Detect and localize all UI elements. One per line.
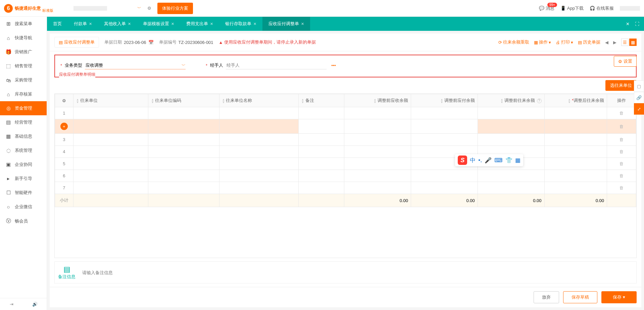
table-row[interactable]: +🗑 <box>55 119 636 134</box>
gear-icon[interactable]: ⚙ <box>62 98 66 103</box>
print-action[interactable]: 🖨 打印 ▾ <box>556 39 573 45</box>
sound-icon[interactable]: 🔊 <box>23 298 47 310</box>
sidebar-item-3[interactable]: ⬚销售管理 <box>0 59 47 73</box>
sidebar-item-14[interactable]: Ⓥ畅会员 <box>0 214 47 228</box>
sidebar: ⊞搜索菜单⌂快捷导航🎁营销推广⬚销售管理🛍采购管理⌂库存核算◎资金管理▤经营管理… <box>0 17 47 310</box>
ime-lang[interactable]: 中 <box>470 157 476 164</box>
ime-punct-icon[interactable]: •, <box>478 157 482 164</box>
tab-0[interactable]: 首页 <box>47 17 68 31</box>
note-icon[interactable]: ▢ <box>634 80 644 92</box>
select-unit-button[interactable]: 选往来单位 <box>605 80 637 91</box>
chevron-down-icon: ﹀ <box>137 5 141 11</box>
calendar-icon[interactable]: 📅 <box>148 40 154 45</box>
logo: 6 畅捷通好生意 <box>4 4 41 13</box>
delete-icon[interactable]: 🗑 <box>619 173 624 178</box>
sidebar-item-9[interactable]: ◌系统管理 <box>0 143 47 158</box>
ime-mic-icon[interactable]: 🎤 <box>485 157 492 164</box>
sidebar-item-8[interactable]: ▦基础信息 <box>0 129 47 143</box>
fullscreen-icon[interactable]: ⛶ <box>634 20 641 28</box>
company-select[interactable]: ﹀ <box>73 5 141 11</box>
ime-grid-icon[interactable]: ▦ <box>515 157 521 164</box>
sidebar-item-12[interactable]: ☐智能硬件 <box>0 186 47 200</box>
save-button[interactable]: 保存 ▾ <box>601 291 637 303</box>
table-row[interactable]: 5🗑 <box>55 158 636 170</box>
table-row[interactable]: 7🗑 <box>55 182 636 194</box>
support-link[interactable]: 🎧 在线客服 <box>590 5 614 11</box>
collapse-icon[interactable]: ⇥ <box>0 298 23 310</box>
doc-title: ▤ 应收应付调整单 <box>54 37 99 48</box>
next-icon[interactable]: ▶ <box>613 40 616 45</box>
sidebar-item-5[interactable]: ⌂库存核算 <box>0 87 47 101</box>
remark-input[interactable] <box>80 268 633 277</box>
delete-icon[interactable]: 🗑 <box>619 137 624 142</box>
sidebar-item-7[interactable]: ▤经营管理 <box>0 115 47 129</box>
add-row-icon[interactable]: + <box>60 123 68 130</box>
close-icon[interactable]: ✕ <box>128 22 131 26</box>
tab-2[interactable]: 其他收入单✕ <box>98 17 137 31</box>
close-icon[interactable]: ✕ <box>210 22 213 26</box>
delete-icon[interactable]: 🗑 <box>619 111 624 116</box>
expand-icon[interactable]: ⤢ <box>634 103 644 115</box>
brand-edition: 标准版 <box>42 8 53 13</box>
msg-badge: 99+ <box>547 3 557 7</box>
link-icon[interactable]: 🔗 <box>634 92 644 103</box>
sidebar-item-11[interactable]: ▸新手引导 <box>0 172 47 186</box>
ime-toolbar[interactable]: S 中 •, 🎤 ⌨ 👕 ▦ <box>455 154 523 166</box>
sidebar-icon: Ⓥ <box>5 218 11 224</box>
sidebar-item-6[interactable]: ◎资金管理 <box>0 101 47 115</box>
sidebar-label: 营销推广 <box>15 49 32 55</box>
discard-button[interactable]: 放弃 <box>534 291 559 303</box>
view-list-icon[interactable]: ☰ <box>621 39 629 46</box>
biz-type-input[interactable] <box>85 61 186 69</box>
help-icon[interactable]: ? <box>537 99 542 103</box>
tab-5[interactable]: 银行存取款单✕ <box>219 17 262 31</box>
messages-link[interactable]: 💬 消息 99+ <box>539 5 554 11</box>
delete-icon[interactable]: 🗑 <box>619 161 624 166</box>
view-grid-icon[interactable]: ▦ <box>629 39 637 46</box>
sidebar-item-13[interactable]: ○企业微信 <box>0 200 47 214</box>
tab-3[interactable]: 单据模板设置✕ <box>137 17 180 31</box>
sidebar-item-0[interactable]: ⊞搜索菜单 <box>0 17 47 31</box>
reset-balance-action[interactable]: ⟳ 往来余额重取 <box>498 39 529 45</box>
delete-icon[interactable]: 🗑 <box>619 124 624 129</box>
ime-skin-icon[interactable]: 👕 <box>505 157 512 164</box>
right-rail: ▢ 🔗 ⤢ <box>634 80 644 115</box>
prev-icon[interactable]: ◀ <box>605 40 608 45</box>
delete-icon[interactable]: 🗑 <box>619 185 624 190</box>
tab-6[interactable]: 应收应付调整单✕ <box>262 17 310 31</box>
sidebar-item-1[interactable]: ⌂快捷导航 <box>0 31 47 45</box>
sidebar-icon: 🎁 <box>5 49 11 55</box>
sidebar-label: 搜索菜单 <box>15 21 32 27</box>
save-draft-button[interactable]: 保存草稿 <box>563 291 597 303</box>
sidebar-item-4[interactable]: 🛍采购管理 <box>0 73 47 87</box>
more-icon[interactable]: ••• <box>331 63 336 68</box>
history-action[interactable]: ▤ 历史单据 <box>578 39 600 45</box>
ime-keyboard-icon[interactable]: ⌨ <box>494 157 503 164</box>
sidebar-item-2[interactable]: 🎁营销推广 <box>0 45 47 59</box>
table-row[interactable]: 6🗑 <box>55 170 636 182</box>
tab-1[interactable]: 付款单✕ <box>68 17 98 31</box>
handler-input[interactable] <box>226 61 327 69</box>
close-icon[interactable]: ✕ <box>171 22 174 26</box>
table-row[interactable]: 3🗑 <box>55 134 636 146</box>
op-action[interactable]: ▦ 操作 ▾ <box>534 39 551 45</box>
user-avatar[interactable] <box>620 6 640 11</box>
close-icon[interactable]: ✕ <box>89 22 92 26</box>
chevron-down-icon[interactable]: ﹀ <box>182 63 186 68</box>
settings-button[interactable]: ⚙ 设置 <box>614 56 637 67</box>
doc-date[interactable]: 2023-06-06 <box>124 40 146 45</box>
table-row[interactable]: 4🗑 <box>55 146 636 158</box>
close-icon[interactable]: ✕ <box>301 22 304 26</box>
sidebar-icon: ▣ <box>5 162 11 168</box>
tabs-bar: 首页付款单✕其他收入单✕单据模板设置✕费用支出单✕银行存取款单✕应收应付调整单✕… <box>47 17 644 31</box>
delete-icon[interactable]: 🗑 <box>619 149 624 154</box>
close-all-icon[interactable]: ✕ <box>625 20 631 28</box>
close-icon[interactable]: ✕ <box>253 22 256 26</box>
sidebar-item-10[interactable]: ▣企业协同 <box>0 158 47 172</box>
app-download-link[interactable]: 📱 App下载 <box>560 5 584 11</box>
tab-4[interactable]: 费用支出单✕ <box>180 17 219 31</box>
gear-icon[interactable]: ⚙ <box>147 6 151 11</box>
trial-button[interactable]: 体验行业方案 <box>157 3 193 14</box>
warning: ▲ 使用应收应付调整单期间，请停止录入新的单据 <box>219 39 316 45</box>
table-row[interactable]: 1🗑 <box>55 107 636 119</box>
